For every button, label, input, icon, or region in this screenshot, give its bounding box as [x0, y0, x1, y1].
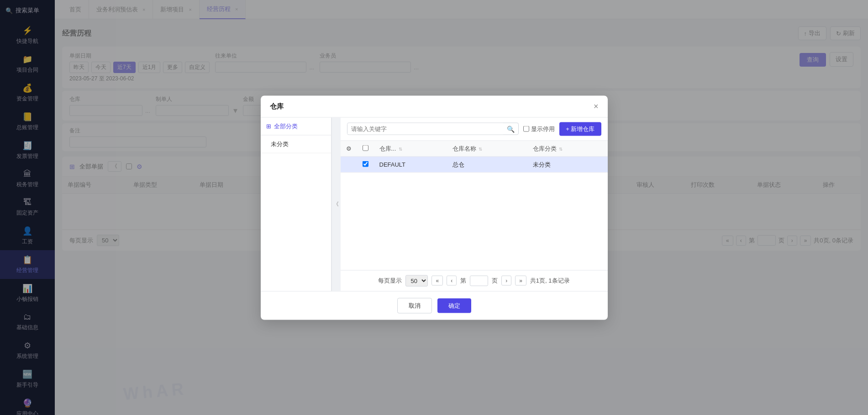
row-name: 总仓 [447, 157, 527, 173]
modal-per-page-label: 每页显示 [378, 277, 402, 285]
show-disabled-text: 显示停用 [531, 125, 555, 133]
modal-select-all[interactable] [363, 145, 368, 151]
th-modal-checkbox [357, 141, 374, 157]
modal-right-panel: 🔍 显示停用 + 新增仓库 ⚙ [341, 117, 608, 291]
modal-pagination: 每页显示 50 « ‹ 第 1 页 › » 共1页, 1条记录 [341, 270, 608, 291]
modal-page-word: 第 [460, 277, 466, 285]
modal-header: 仓库 × [261, 95, 608, 117]
modal-close-button[interactable]: × [594, 102, 599, 110]
modal-next-btn[interactable]: › [501, 276, 511, 286]
modal-body: ⊞ 全部分类 未分类 《 🔍 显示停用 + 新增仓库 [261, 117, 608, 291]
modal-prev-btn[interactable]: ‹ [447, 276, 457, 286]
modal-page-input[interactable]: 1 [470, 275, 488, 286]
th-modal-settings: ⚙ [341, 141, 357, 157]
grid-icon: ⊞ [266, 123, 271, 130]
th-modal-name: 仓库名称 ⇅ [447, 141, 527, 157]
show-disabled-label[interactable]: 显示停用 [523, 125, 555, 133]
modal-left-all[interactable]: ⊞ 全部分类 [261, 117, 331, 135]
modal-table-wrap: ⚙ 仓库... ⇅ 仓库名称 ⇅ [341, 141, 608, 270]
show-disabled-checkbox[interactable] [523, 126, 529, 132]
modal-footer: 取消 确定 [261, 291, 608, 320]
confirm-button[interactable]: 确定 [437, 298, 471, 313]
th-modal-code: 仓库... ⇅ [374, 141, 447, 157]
modal-last-btn[interactable]: » [515, 276, 526, 286]
modal-title: 仓库 [270, 102, 284, 110]
modal-table: ⚙ 仓库... ⇅ 仓库名称 ⇅ [341, 141, 608, 173]
row-code: DEFAULT [374, 157, 447, 173]
row-category: 未分类 [527, 157, 608, 173]
modal-search-wrap: 🔍 [347, 123, 519, 135]
modal-collapse-button[interactable]: 《 [331, 117, 341, 291]
modal-right-toolbar: 🔍 显示停用 + 新增仓库 [341, 117, 608, 141]
modal-left-item-label: 未分类 [271, 140, 289, 147]
modal-per-page-select[interactable]: 50 [405, 275, 428, 286]
modal-first-btn[interactable]: « [431, 276, 443, 286]
row-select-checkbox[interactable] [363, 161, 368, 167]
modal-page-label: 页 [492, 277, 498, 285]
row-checkbox [357, 157, 374, 173]
row-settings [341, 157, 357, 173]
modal-total: 共1页, 1条记录 [530, 277, 570, 285]
modal-left-scroll [261, 153, 331, 291]
cancel-button[interactable]: 取消 [397, 298, 432, 313]
modal-left-uncategorized[interactable]: 未分类 [261, 135, 331, 153]
add-warehouse-button[interactable]: + 新增仓库 [559, 122, 601, 136]
warehouse-modal: 仓库 × ⊞ 全部分类 未分类 《 🔍 [261, 95, 608, 320]
modal-left-all-label: 全部分类 [274, 122, 298, 130]
table-row[interactable]: DEFAULT 总仓 未分类 [341, 157, 608, 173]
th-modal-category: 仓库分类 ⇅ [527, 141, 608, 157]
modal-left-panel: ⊞ 全部分类 未分类 [261, 117, 331, 291]
modal-search-input[interactable] [347, 123, 504, 135]
modal-search-icon[interactable]: 🔍 [503, 125, 518, 132]
